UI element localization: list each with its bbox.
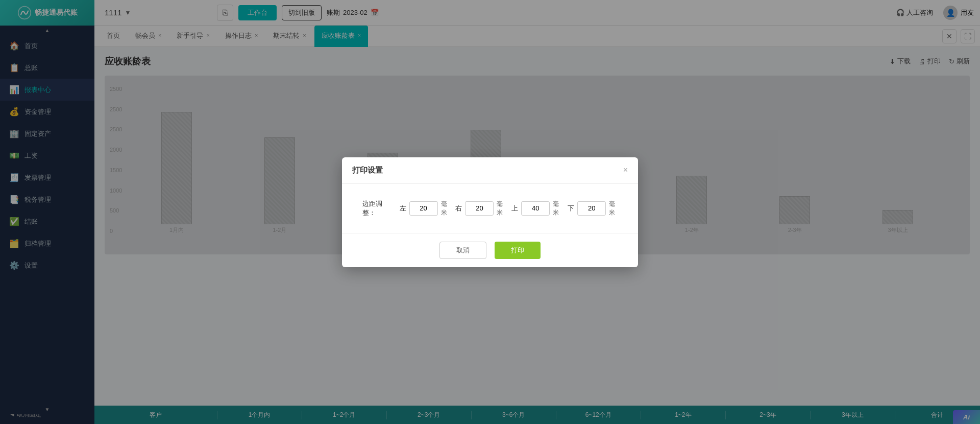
margin-left-group: 左 毫米 xyxy=(400,200,450,217)
bottom-unit: 毫米 xyxy=(609,200,618,217)
margin-label: 边距调整： xyxy=(362,199,394,218)
left-label: 左 xyxy=(400,204,406,213)
dialog-body: 边距调整： 左 毫米 右 毫米 上 毫米 下 xyxy=(342,184,638,233)
dialog-close-button[interactable]: × xyxy=(623,166,628,174)
bottom-label: 下 xyxy=(568,204,574,213)
right-unit: 毫米 xyxy=(497,200,505,217)
confirm-print-button[interactable]: 打印 xyxy=(495,242,541,259)
print-settings-dialog: 打印设置 × 边距调整： 左 毫米 右 毫米 上 毫米 xyxy=(342,157,638,267)
margin-right-group: 右 毫米 xyxy=(455,200,505,217)
modal-overlay[interactable]: 打印设置 × 边距调整： 左 毫米 右 毫米 上 毫米 xyxy=(0,0,980,424)
cancel-button[interactable]: 取消 xyxy=(439,242,486,259)
top-input[interactable] xyxy=(521,201,550,216)
margin-top-group: 上 毫米 xyxy=(511,200,561,217)
dialog-header: 打印设置 × xyxy=(342,157,638,184)
right-label: 右 xyxy=(455,204,462,213)
left-input[interactable] xyxy=(409,201,438,216)
dialog-title: 打印设置 xyxy=(352,166,383,175)
bottom-input[interactable] xyxy=(577,201,606,216)
margin-bottom-group: 下 毫米 xyxy=(568,200,618,217)
margin-row: 边距调整： 左 毫米 右 毫米 上 毫米 下 xyxy=(362,199,618,218)
left-unit: 毫米 xyxy=(441,200,450,217)
top-unit: 毫米 xyxy=(553,200,561,217)
dialog-footer: 取消 打印 xyxy=(342,233,638,267)
right-input[interactable] xyxy=(465,201,494,216)
top-label: 上 xyxy=(511,204,518,213)
